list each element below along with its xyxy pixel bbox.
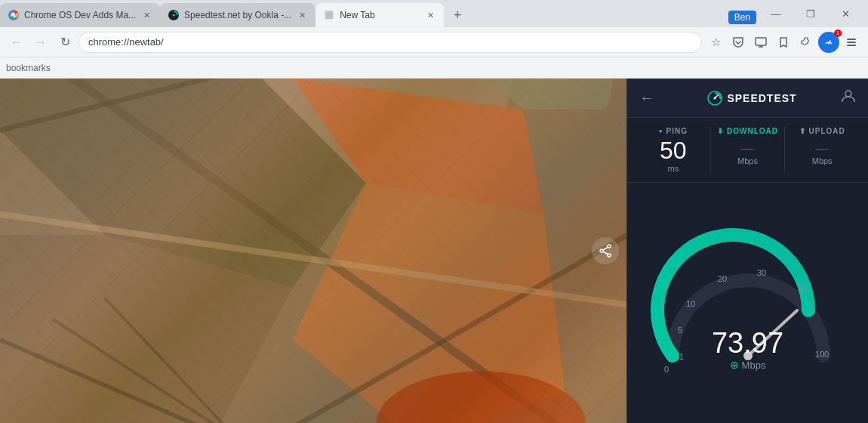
svg-point-33: [600, 249, 603, 252]
download-unit: Mbps: [714, 156, 782, 165]
svg-rect-5: [325, 11, 333, 19]
download-metric: ⬇ DOWNLOAD — Mbps: [714, 127, 782, 173]
bookmarks-label: bookmarks: [6, 63, 51, 73]
ping-dot-icon: ●: [659, 128, 663, 134]
speedtest-header: ← SPEEDTEST: [627, 79, 868, 118]
share-icon[interactable]: [592, 237, 619, 264]
reload-button[interactable]: ↻: [54, 32, 75, 53]
speedtest-panel: ← SPEEDTEST: [626, 79, 868, 423]
toolbar-icons: ☆ 1: [705, 32, 862, 53]
speedtest-logo: SPEEDTEST: [663, 91, 841, 106]
close-button[interactable]: ✕: [829, 3, 862, 24]
forward-button[interactable]: →: [30, 32, 51, 53]
back-button[interactable]: ←: [6, 32, 27, 53]
tab-bar: Chrome OS Dev Adds Ma... ✕ Speedtest.net…: [0, 0, 868, 27]
browser-window: Chrome OS Dev Adds Ma... ✕ Speedtest.net…: [0, 0, 868, 423]
new-tab-button[interactable]: +: [447, 5, 468, 26]
svg-text:10: 10: [685, 299, 694, 308]
window-controls: — ❐ ✕: [759, 3, 868, 24]
bookmarks-bar: bookmarks: [0, 57, 868, 79]
svg-point-39: [845, 91, 851, 97]
content-area: ← SPEEDTEST: [0, 79, 868, 423]
svg-rect-12: [847, 42, 856, 43]
speedtest-extension-icon[interactable]: 1: [818, 32, 839, 53]
gauge-container: 0 1 5 10 20 30 50 100: [650, 227, 846, 378]
svg-text:20: 20: [717, 274, 726, 283]
minimize-button[interactable]: —: [759, 3, 793, 24]
extensions-menu-icon[interactable]: [841, 32, 862, 53]
newtab-favicon: [323, 9, 335, 21]
svg-text:50: 50: [797, 284, 806, 293]
tab-newtab-title: New Tab: [340, 10, 420, 20]
pocket-icon[interactable]: [728, 32, 749, 53]
svg-rect-6: [756, 38, 766, 45]
download-arrow-icon: ⬇: [717, 127, 724, 135]
svg-text:30: 30: [756, 268, 765, 277]
address-bar: ← → ↻ ☆ 1: [0, 27, 868, 57]
svg-text:1: 1: [679, 352, 683, 361]
download-label: ⬇ DOWNLOAD: [714, 127, 782, 135]
svg-point-38: [714, 97, 716, 99]
tab-newtab-close[interactable]: ✕: [424, 9, 436, 21]
bookmark-star-icon[interactable]: ☆: [705, 32, 726, 53]
svg-line-35: [603, 252, 608, 255]
ping-value: 50: [639, 138, 707, 162]
tab-speedtest-title: Speedtest.net by Ookla -...: [184, 10, 291, 20]
gauge-value-container: 73.97 ⊕ Mbps: [712, 329, 783, 371]
download-dash: —: [714, 141, 782, 155]
upload-metric: ⬆ UPLOAD — Mbps: [788, 127, 856, 173]
monitor-icon[interactable]: [750, 32, 771, 53]
tab-chromeos-title: Chrome OS Dev Adds Ma...: [24, 10, 136, 20]
upload-unit: Mbps: [788, 156, 856, 165]
puzzle-extension-icon[interactable]: [796, 32, 817, 53]
speedtest-profile-icon[interactable]: [841, 88, 856, 107]
svg-rect-11: [847, 39, 856, 40]
tab-speedtest-close[interactable]: ✕: [296, 9, 308, 21]
ping-unit: ms: [639, 164, 707, 173]
tab-speedtest[interactable]: Speedtest.net by Ookla -... ✕: [160, 3, 315, 27]
svg-point-3: [173, 14, 175, 17]
svg-text:0: 0: [663, 365, 668, 374]
svg-point-31: [608, 245, 611, 248]
metrics-row: ● PING 50 ms ⬇ DOWNLOAD — Mbps: [627, 118, 868, 183]
gauge-unit-row: ⊕ Mbps: [712, 359, 783, 371]
svg-point-32: [608, 254, 611, 257]
tab-chromeos[interactable]: Chrome OS Dev Adds Ma... ✕: [0, 3, 160, 27]
user-badge[interactable]: Ben: [728, 11, 756, 24]
svg-line-34: [603, 248, 608, 251]
address-input[interactable]: [78, 32, 702, 53]
ping-metric: ● PING 50 ms: [639, 127, 707, 173]
speedtest-back-button[interactable]: ←: [639, 89, 654, 107]
gauge-unit-text: Mbps: [742, 360, 766, 371]
upload-arrow-icon: ⬆: [799, 127, 806, 135]
maximize-button[interactable]: ❐: [794, 3, 827, 24]
tab-newtab[interactable]: New Tab ✕: [315, 3, 444, 27]
speedtest-favicon: [168, 9, 180, 21]
upload-dash: —: [788, 141, 856, 155]
tab-chromeos-close[interactable]: ✕: [140, 9, 152, 21]
upload-label: ⬆ UPLOAD: [788, 127, 856, 135]
svg-text:5: 5: [677, 326, 682, 335]
speedtest-logo-text: SPEEDTEST: [727, 92, 796, 104]
gauge-area: 0 1 5 10 20 30 50 100: [627, 183, 868, 423]
ping-label: ● PING: [639, 127, 707, 135]
svg-text:100: 100: [814, 350, 828, 359]
extensions-bookmark-icon[interactable]: [773, 32, 794, 53]
chromeos-favicon: [8, 9, 20, 21]
gauge-speed-value: 73.97: [712, 329, 783, 357]
svg-rect-13: [847, 45, 856, 46]
gauge-download-icon: ⊕: [730, 359, 739, 371]
